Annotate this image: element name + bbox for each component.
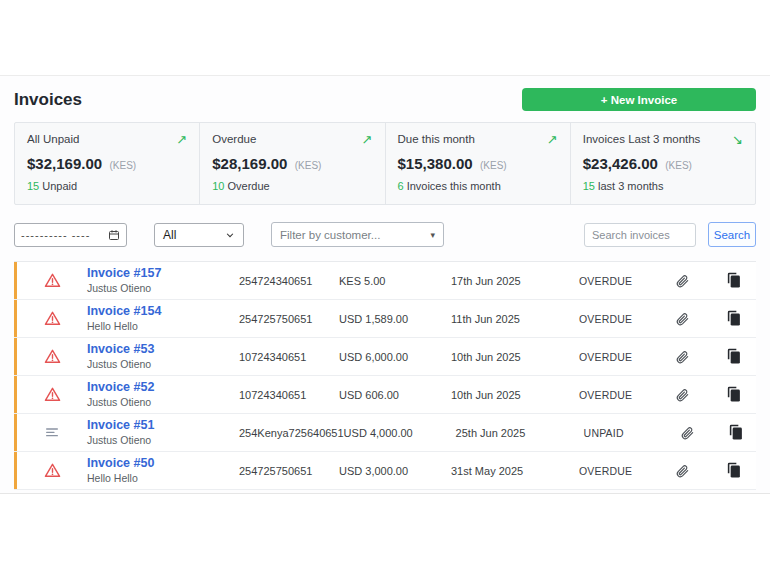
new-invoice-button[interactable]: + New Invoice xyxy=(522,88,756,111)
customer-filter-dropdown[interactable]: Filter by customer... ▾ xyxy=(271,222,444,247)
invoices-panel: Invoices + New Invoice All Unpaid ↗ $32,… xyxy=(0,75,770,494)
invoice-status-badge: OVERDUE xyxy=(579,275,653,287)
invoice-due-date: 31st May 2025 xyxy=(451,465,579,477)
copy-invoice-button[interactable] xyxy=(711,310,756,327)
stat-amount: $15,380.00 xyxy=(398,155,473,172)
stat-count-suffix: Invoices this month xyxy=(407,180,501,192)
attachment-button[interactable] xyxy=(653,311,711,327)
invoice-customer-name: Hello Hello xyxy=(87,320,239,333)
search-button[interactable]: Search xyxy=(708,222,756,247)
status-filter-select[interactable]: All xyxy=(154,223,244,247)
invoice-number-link[interactable]: Invoice #51 xyxy=(87,418,239,434)
warning-triangle-icon xyxy=(44,348,61,365)
stat-amount: $28,169.00 xyxy=(212,155,287,172)
invoice-number-link[interactable]: Invoice #50 xyxy=(87,456,239,472)
invoice-amount: USD 606.00 xyxy=(339,389,451,401)
stat-card-all-unpaid: All Unpaid ↗ $32,169.00 (KES) 15Unpaid xyxy=(15,123,200,204)
stat-label: Invoices Last 3 months xyxy=(583,133,701,145)
stat-count-suffix: Overdue xyxy=(228,180,270,192)
invoice-amount: USD 6,000.00 xyxy=(339,351,451,363)
invoice-phone: 254Kenya725640651 xyxy=(239,427,344,439)
attachment-button[interactable] xyxy=(653,463,711,479)
invoice-customer-name: Justus Otieno xyxy=(87,434,239,447)
calendar-icon[interactable] xyxy=(108,229,120,241)
trend-up-icon: ↗ xyxy=(362,133,373,146)
chevron-down-icon xyxy=(225,230,235,240)
attachment-button[interactable] xyxy=(653,349,711,365)
attachment-button[interactable] xyxy=(653,273,711,289)
copy-invoice-button[interactable] xyxy=(711,272,756,289)
attachment-button[interactable] xyxy=(658,425,716,441)
invoice-phone: 254725750651 xyxy=(239,313,339,325)
invoice-due-date: 11th Jun 2025 xyxy=(451,313,579,325)
invoice-phone: 10724340651 xyxy=(239,389,339,401)
table-row: Invoice #53 Justus Otieno 10724340651 US… xyxy=(14,338,756,376)
invoice-number-link[interactable]: Invoice #53 xyxy=(87,342,239,358)
stat-currency: (KES) xyxy=(480,160,507,171)
stat-card-last-3-months: Invoices Last 3 months ↘ $23,426.00 (KES… xyxy=(571,123,755,204)
invoice-status-badge: OVERDUE xyxy=(579,465,653,477)
invoice-phone: 254724340651 xyxy=(239,275,339,287)
invoice-due-date: 10th Jun 2025 xyxy=(451,351,579,363)
stat-currency: (KES) xyxy=(295,160,322,171)
invoice-status-badge: OVERDUE xyxy=(579,313,653,325)
stat-currency: (KES) xyxy=(665,160,692,171)
stat-amount: $23,426.00 xyxy=(583,155,658,172)
trend-up-icon: ↗ xyxy=(547,133,558,146)
stat-label: Overdue xyxy=(212,133,256,145)
date-filter-input[interactable]: ---------- ---- xyxy=(14,223,127,247)
invoice-status-badge: UNPAID xyxy=(584,427,658,439)
copy-invoice-button[interactable] xyxy=(711,386,756,403)
invoice-amount: USD 4,000.00 xyxy=(344,427,456,439)
invoice-customer-name: Hello Hello xyxy=(87,472,239,485)
status-filter-value: All xyxy=(163,228,176,242)
invoice-amount: KES 5.00 xyxy=(339,275,451,287)
copy-invoice-button[interactable] xyxy=(711,348,756,365)
invoice-customer-name: Justus Otieno xyxy=(87,396,239,409)
invoice-amount: USD 1,589.00 xyxy=(339,313,451,325)
attachment-button[interactable] xyxy=(653,387,711,403)
draft-list-icon xyxy=(44,425,60,441)
paperclip-icon xyxy=(674,463,690,479)
page-title: Invoices xyxy=(14,90,82,110)
row-status-icon-cell xyxy=(17,386,87,403)
copy-icon xyxy=(725,386,742,403)
search-invoices-input[interactable] xyxy=(584,223,696,247)
warning-triangle-icon xyxy=(44,386,61,403)
copy-invoice-button[interactable] xyxy=(716,424,756,441)
invoice-phone: 10724340651 xyxy=(239,351,339,363)
top-whitespace xyxy=(0,0,770,75)
stat-card-due-this-month: Due this month ↗ $15,380.00 (KES) 6Invoi… xyxy=(386,123,571,204)
invoice-due-date: 10th Jun 2025 xyxy=(451,389,579,401)
invoice-number-link[interactable]: Invoice #157 xyxy=(87,266,239,282)
stat-count-suffix: Unpaid xyxy=(42,180,77,192)
paperclip-icon xyxy=(679,425,695,441)
date-filter-value: ---------- ---- xyxy=(21,229,90,241)
invoice-due-date: 17th Jun 2025 xyxy=(451,275,579,287)
invoice-customer-name: Justus Otieno xyxy=(87,358,239,371)
warning-triangle-icon xyxy=(44,310,61,327)
table-row: Invoice #52 Justus Otieno 10724340651 US… xyxy=(14,376,756,414)
row-status-icon-cell xyxy=(17,462,87,479)
stat-currency: (KES) xyxy=(110,160,137,171)
invoice-number-link[interactable]: Invoice #52 xyxy=(87,380,239,396)
warning-triangle-icon xyxy=(44,462,61,479)
row-status-icon-cell xyxy=(17,310,87,327)
warning-triangle-icon xyxy=(44,272,61,289)
trend-up-icon: ↗ xyxy=(176,133,187,146)
stats-row: All Unpaid ↗ $32,169.00 (KES) 15Unpaid O… xyxy=(14,122,756,205)
stat-count: 6 xyxy=(398,180,404,192)
trend-down-icon: ↘ xyxy=(732,133,743,146)
copy-invoice-button[interactable] xyxy=(711,462,756,479)
invoice-number-link[interactable]: Invoice #154 xyxy=(87,304,239,320)
row-status-icon-cell xyxy=(17,425,87,441)
stat-amount: $32,169.00 xyxy=(27,155,102,172)
table-row: Invoice #157 Justus Otieno 254724340651 … xyxy=(14,262,756,300)
stat-label: All Unpaid xyxy=(27,133,79,145)
table-row: Invoice #154 Hello Hello 254725750651 US… xyxy=(14,300,756,338)
row-status-icon-cell xyxy=(17,348,87,365)
invoice-status-badge: OVERDUE xyxy=(579,389,653,401)
paperclip-icon xyxy=(674,273,690,289)
invoice-phone: 254725750651 xyxy=(239,465,339,477)
paperclip-icon xyxy=(674,387,690,403)
